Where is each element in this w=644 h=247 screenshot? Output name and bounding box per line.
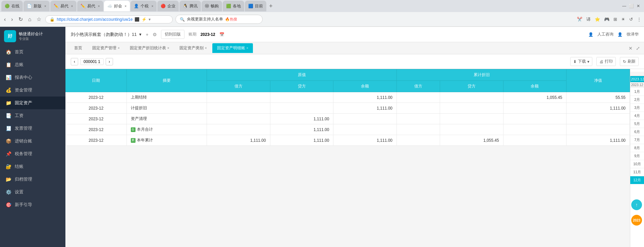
period-month-7[interactable]: 7月: [630, 136, 644, 144]
settings-gear-icon[interactable]: ⚙: [153, 32, 157, 37]
tab-close-icon[interactable]: ×: [44, 4, 46, 8]
scroll-top-button[interactable]: ↑: [631, 199, 642, 210]
new-tab-button[interactable]: +: [267, 3, 275, 10]
period-selector-label: 期间选择: [630, 72, 644, 76]
sidebar-item-close[interactable]: 🔐 结账: [0, 160, 65, 173]
star-icon[interactable]: ⭐: [595, 17, 600, 22]
add-account-button[interactable]: +: [146, 32, 148, 37]
calendar-icon[interactable]: 📅: [219, 32, 224, 37]
logo-icon: 好: [4, 30, 16, 42]
period-month-6[interactable]: 6月: [630, 128, 644, 136]
address-bar[interactable]: 🔒 https://cloud.chanjet.com/accounting/u…: [45, 15, 173, 23]
search-bar[interactable]: 🔍 央视更新主持人名单 🔥热搜: [175, 15, 263, 24]
year-badge[interactable]: 2023: [631, 215, 642, 226]
dropdown-icon[interactable]: ▾: [139, 32, 142, 37]
cell-orig-debit: 1,111.00: [207, 135, 270, 146]
tab-close-icon[interactable]: ×: [205, 46, 207, 50]
scissors-icon[interactable]: ✂️: [577, 17, 582, 22]
sidebar-item-assets[interactable]: 📁 固定资产: [0, 97, 65, 109]
browser-tab-muqian[interactable]: 🟦 目前: [245, 1, 266, 11]
minimize-icon[interactable]: —: [622, 4, 626, 8]
expand-tab-icon[interactable]: ⤢: [636, 46, 640, 51]
tab-icon: ✏️: [80, 4, 86, 8]
period-month-5[interactable]: 5月: [630, 120, 644, 128]
sidebar-item-fund[interactable]: 💰 资金管理: [0, 84, 65, 97]
sidebar-item-settings[interactable]: ⚙️ 设置: [0, 186, 65, 198]
page-number-display[interactable]: 000001 1: [80, 58, 104, 65]
tab-close-icon[interactable]: ×: [98, 4, 100, 8]
cell-orig-debit: [207, 114, 270, 124]
period-month-2[interactable]: 2月: [630, 96, 644, 104]
consult-btn[interactable]: 人工咨询: [597, 32, 613, 37]
tab-asset-category[interactable]: 固定资产类别 ×: [175, 43, 212, 53]
menu-icon[interactable]: ⋮: [637, 17, 641, 22]
close-tab-x-icon[interactable]: ✕: [629, 46, 633, 51]
reload-button[interactable]: ↻: [17, 15, 24, 24]
cell-acc-credit: [440, 92, 503, 103]
grid-icon[interactable]: ⊞: [613, 17, 617, 22]
prev-page-button[interactable]: ‹: [71, 58, 78, 65]
sidebar-item-guide[interactable]: 🎯 新手引导: [0, 198, 65, 211]
cell-orig-balance: [333, 114, 397, 124]
download-button[interactable]: ⬇ 下载 ▾: [570, 57, 592, 66]
refresh-button[interactable]: ↻ 刷新: [620, 57, 639, 66]
history-icon[interactable]: ↺: [629, 17, 633, 22]
back-button[interactable]: ‹: [3, 15, 7, 24]
period-month-10[interactable]: 10月: [630, 160, 644, 168]
sidebar-item-archive[interactable]: 📂 归档管理: [0, 173, 65, 186]
tab-close-icon[interactable]: ×: [167, 46, 169, 50]
period-month-11[interactable]: 11月: [630, 168, 644, 176]
sidebar-item-sales[interactable]: 📦 进销台账: [0, 135, 65, 147]
switch-version-button[interactable]: 切到旧版: [161, 30, 184, 39]
period-month-4[interactable]: 4月: [630, 112, 644, 120]
period-month-9[interactable]: 9月: [630, 152, 644, 160]
sidebar-logo: 好 畅捷通好会计 专业版: [0, 27, 65, 46]
logo-sub: 专业版: [19, 37, 43, 41]
brightness-icon[interactable]: ☀: [621, 17, 625, 22]
sidebar-item-home[interactable]: 🏠 首页: [0, 46, 65, 58]
browser-tab-chang[interactable]: Ⓜ 畅购: [202, 1, 222, 11]
sidebar-item-ledger[interactable]: 📋 总账: [0, 58, 65, 71]
tab-fixed-assets-mgmt[interactable]: 固定资产管理 ×: [88, 43, 124, 53]
print-button[interactable]: 🖨 打印: [596, 57, 616, 66]
forward-button[interactable]: ›: [10, 15, 14, 24]
sidebar-item-report[interactable]: 📊 报表中心: [0, 71, 65, 84]
browser-tab-new[interactable]: 📄 新版 ×: [23, 1, 50, 11]
tab-close-icon[interactable]: ×: [71, 4, 73, 8]
browser-tab-yidai1[interactable]: ✏️ 易代 ×: [50, 1, 76, 11]
tab-home[interactable]: 首页: [69, 43, 87, 53]
tab-close-icon[interactable]: ×: [118, 46, 120, 50]
period-month-1[interactable]: 1月: [630, 88, 644, 96]
tab-close-icon[interactable]: ×: [151, 4, 153, 8]
search-icon: 🔍: [180, 17, 185, 22]
browser-tab-yidai2[interactable]: ✏️ 易代 ×: [77, 1, 103, 11]
period-month-12[interactable]: 12月: [630, 176, 644, 184]
tab-close-icon[interactable]: ×: [125, 4, 127, 8]
col-sub-orig-credit: 贷方: [270, 81, 333, 92]
tab-close-icon[interactable]: ×: [247, 46, 249, 50]
bookmark-button[interactable]: ☆: [35, 15, 43, 24]
home-button[interactable]: ⌂: [27, 15, 33, 24]
period-month-8[interactable]: 8月: [630, 144, 644, 152]
sidebar-item-salary[interactable]: 📑 工资: [0, 109, 65, 122]
browser-tab-haokuai[interactable]: ☁️ 好会 ×: [104, 1, 130, 11]
tab-asset-detail[interactable]: 固定资产明细账 ×: [212, 43, 253, 53]
dropdown-icon[interactable]: ▾: [149, 17, 151, 22]
tab-icon: 🐧: [183, 4, 188, 8]
translate-icon[interactable]: 译: [586, 16, 591, 22]
period-month-3[interactable]: 3月: [630, 104, 644, 112]
browser-tab-qiye[interactable]: 🔴 企业: [157, 1, 179, 11]
browser-tab-geshui[interactable]: 👤 个税 ×: [130, 1, 157, 11]
restore-icon[interactable]: ⬜: [629, 4, 634, 8]
table-row: 2023-12 计提折旧 1,111.00 1,111.00: [66, 103, 630, 114]
sidebar-item-tax[interactable]: 📌 税务管理: [0, 147, 65, 160]
browser-tab-tengxun[interactable]: 🐧 腾讯: [179, 1, 201, 11]
next-page-button[interactable]: ›: [106, 58, 113, 65]
close-window-icon[interactable]: ✕: [637, 4, 640, 8]
cell-net-value: 55.55: [567, 92, 630, 103]
sidebar-item-invoice[interactable]: 🧾 发票管理: [0, 122, 65, 135]
browser-tab-online[interactable]: 🟢 在线: [1, 1, 23, 11]
game-icon[interactable]: 🎮: [604, 17, 609, 22]
tab-depreciation-stats[interactable]: 固定资产折旧统计表 ×: [125, 43, 174, 53]
browser-tab-gedi[interactable]: 🟩 各地: [223, 1, 244, 11]
